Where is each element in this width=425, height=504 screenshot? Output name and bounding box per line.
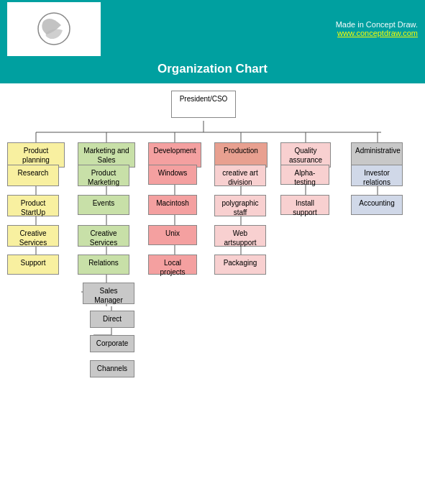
node-sales-manager[interactable]: Sales Manager: [83, 283, 134, 304]
made-in-text: Made in Concept Draw.: [336, 20, 418, 29]
node-windows[interactable]: Windows: [148, 165, 197, 185]
node-corporate[interactable]: Corporate: [90, 335, 134, 352]
node-production[interactable]: Production: [214, 142, 268, 168]
node-president[interactable]: President/CSO: [171, 91, 236, 118]
node-support[interactable]: Support: [7, 255, 59, 275]
node-install-support[interactable]: Install support: [280, 195, 329, 215]
node-polygraphic[interactable]: polygraphic staff: [214, 195, 266, 216]
logo-area: [7, 2, 101, 56]
node-development[interactable]: Development: [148, 142, 201, 168]
header-bar: Made in Concept Draw. www.conceptdraw.co…: [0, 0, 425, 58]
node-local-projects[interactable]: Local projects: [148, 255, 197, 275]
node-channels[interactable]: Channels: [90, 360, 134, 377]
logo-icon: [32, 7, 76, 50]
node-creative-art[interactable]: creative art division: [214, 165, 266, 186]
node-direct[interactable]: Direct: [90, 311, 134, 328]
node-packaging[interactable]: Packaging: [214, 255, 266, 275]
node-macintosh[interactable]: Macintosh: [148, 195, 197, 215]
node-product-planning[interactable]: Product planning: [7, 142, 65, 168]
node-unix[interactable]: Unix: [148, 225, 197, 245]
node-web-artsupport[interactable]: Web artsupport: [214, 225, 266, 247]
node-research[interactable]: Research: [7, 165, 59, 186]
node-creative-services-1[interactable]: Creative Services: [7, 225, 59, 247]
node-product-startup[interactable]: Product StartUp: [7, 195, 59, 216]
node-creative-services-2[interactable]: Creative Services: [78, 225, 129, 247]
node-product-marketing[interactable]: Product Marketing: [78, 165, 129, 186]
chart-area: President/CSO Product planning Marketing…: [0, 83, 425, 504]
node-accounting[interactable]: Accounting: [351, 195, 403, 215]
node-administrative[interactable]: Administrative: [351, 142, 403, 168]
node-alpha-testing[interactable]: Alpha-testing: [280, 165, 329, 185]
node-quality-assurance[interactable]: Quality assurance: [280, 142, 331, 168]
concept-link[interactable]: www.conceptdraw.com: [337, 29, 418, 37]
header-title-area: Made in Concept Draw. www.conceptdraw.co…: [108, 20, 425, 37]
chart-title-bar: Organization Chart: [0, 58, 425, 83]
node-marketing-sales[interactable]: Marketing and Sales: [78, 142, 135, 168]
node-events[interactable]: Events: [78, 195, 129, 215]
node-investor-relations[interactable]: Investor relations: [351, 165, 403, 186]
node-relations[interactable]: Relations: [78, 255, 129, 275]
chart-title: Organization Chart: [157, 62, 268, 75]
